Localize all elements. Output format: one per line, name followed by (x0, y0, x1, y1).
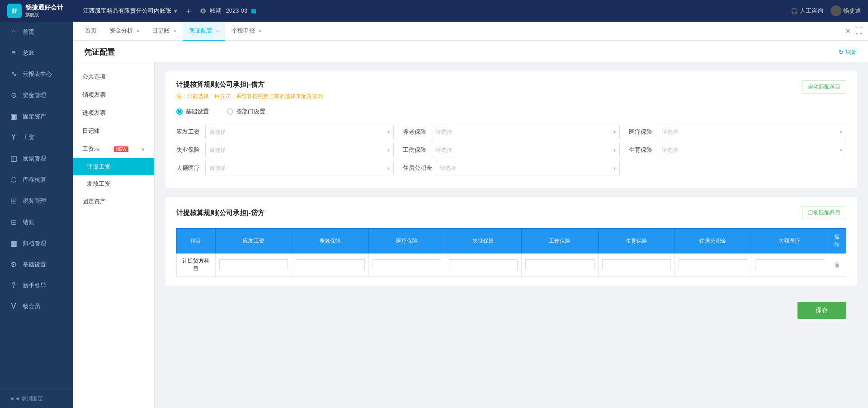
page-header: 凭证配置 ↻ 刷新 (73, 41, 868, 62)
content-area: 首页 资金分析 × 日记账 × 凭证配置 × 个税申报 × ✕ ⛶ (73, 22, 868, 408)
select-unemployment[interactable]: 请选择 ▾ (205, 143, 394, 157)
field-pension: 养老保险 请选择 ▾ (403, 125, 620, 139)
input-major-med[interactable] (755, 259, 824, 270)
sidebar-item-archive[interactable]: ▦ 归档管理 (0, 233, 73, 254)
unpin-sidebar-btn[interactable]: ◄◄ 取消固定 (0, 389, 73, 408)
select-injury[interactable]: 请选择 ▾ (432, 143, 620, 157)
add-icon[interactable]: ＋ (184, 5, 193, 16)
invoice-icon: ◫ (9, 154, 18, 163)
tab-home[interactable]: 首页 (79, 22, 103, 41)
sidebar-item-home[interactable]: ⌂ 首页 (0, 22, 73, 42)
nav-purchase-invoice[interactable]: 进项发票 (73, 104, 154, 122)
tab-bar-controls: ✕ ⛶ (845, 27, 863, 35)
logo-text: 畅捷通好会计 旗舰版 (25, 4, 63, 18)
sidebar-item-guide[interactable]: ? 新手引导 (0, 275, 73, 296)
nav-public-options[interactable]: 公共选项 (73, 68, 154, 86)
chevron-down-icon: ▾ (840, 148, 842, 153)
sidebar-item-tax[interactable]: ⊞ 税务管理 (0, 190, 73, 211)
input-unemployment[interactable] (449, 259, 518, 270)
field-unemployment: 失业保险 请选择 ▾ (176, 143, 394, 157)
refresh-icon: ↻ (839, 49, 844, 56)
chevron-down-icon: ▾ (387, 166, 390, 171)
main-form: 计提核算规则(公司承担)-借方 注：只能选择一种方式，系统将按照您当前的选择来配… (155, 62, 868, 408)
col-injury: 工伤保险 (522, 229, 598, 253)
main-layout: ⌂ 首页 ≡ 总账 ∿ 云报表中心 ⊙ 资金管理 ▣ 固定资产 ¥ 工资 ◫ 发… (0, 22, 868, 408)
period-selector[interactable]: 账期 2023-03 ▦ (210, 7, 256, 15)
user-info[interactable]: 畅捷通 (830, 5, 861, 16)
col-medical: 医疗保险 (368, 229, 445, 253)
nav-payroll-group[interactable]: 工资表 NEW ∨ (73, 140, 154, 158)
sidebar-item-ledger[interactable]: ≡ 总账 (0, 42, 73, 63)
radio-basic-circle (176, 108, 183, 115)
chevron-down-icon: ▾ (613, 148, 616, 153)
sidebar-item-reports[interactable]: ∿ 云报表中心 (0, 63, 73, 84)
debit-fields-row3: 大额医疗 请选择 ▾ 住房公积金 请选择 ▾ (176, 161, 846, 175)
input-pension[interactable] (296, 259, 364, 270)
field-medical: 医疗保险 请选择 ▾ (629, 125, 846, 139)
row-label: 计提贷方科目 (177, 253, 216, 277)
delete-row-icon[interactable]: 🗑 (834, 261, 840, 268)
auto-match-debit-btn[interactable]: 自动匹配科目 (802, 80, 846, 94)
refresh-btn[interactable]: ↻ 刷新 (839, 48, 857, 56)
chevron-down-icon: ▾ (387, 148, 390, 153)
payroll-icon: ¥ (9, 133, 18, 141)
tab-tax[interactable]: 个税申报 × (225, 22, 268, 41)
sidebar-item-assets[interactable]: ▣ 固定资产 (0, 106, 73, 127)
sidebar-item-inventory[interactable]: ⬡ 库存核算 (0, 169, 73, 190)
select-medical[interactable]: 请选择 ▾ (658, 125, 846, 139)
radio-basic[interactable]: 基础设置 (176, 108, 209, 116)
cell-maternity (598, 253, 675, 277)
radio-department[interactable]: 按部门设置 (227, 108, 265, 116)
close-tab-tax[interactable]: × (259, 28, 261, 33)
nav-payroll-accrual[interactable]: 计提工资 (73, 158, 154, 175)
col-major-med: 大额医疗 (751, 229, 828, 253)
company-selector[interactable]: 江西服宝精品有限责任公司内账张 ▾ (83, 7, 177, 15)
sidebar: ⌂ 首页 ≡ 总账 ∿ 云报表中心 ⊙ 资金管理 ▣ 固定资产 ¥ 工资 ◫ 发… (0, 22, 73, 408)
service-btn[interactable]: 🎧 人工咨询 (791, 7, 823, 15)
sidebar-item-invoice[interactable]: ◫ 发票管理 (0, 148, 73, 169)
nav-payroll-payment[interactable]: 发放工资 (73, 175, 154, 192)
input-injury[interactable] (525, 259, 594, 270)
debit-fields-row2: 失业保险 请选择 ▾ 工伤保险 请选择 ▾ (176, 143, 846, 157)
nav-journal[interactable]: 日记账 (73, 122, 154, 140)
sidebar-item-finance[interactable]: ⊙ 资金管理 (0, 84, 73, 106)
close-tab-journal[interactable]: × (173, 28, 176, 33)
save-bar: 保存 (165, 295, 857, 326)
assets-icon: ▣ (9, 112, 18, 121)
close-tab-finance[interactable]: × (137, 28, 139, 33)
select-major-medical[interactable]: 请选择 ▾ (205, 161, 394, 175)
input-housing[interactable] (679, 259, 747, 270)
tab-voucher-config[interactable]: 凭证配置 × (183, 22, 225, 41)
select-pension[interactable]: 请选择 ▾ (432, 125, 620, 139)
dropdown-arrow-icon: ▾ (174, 8, 177, 14)
sidebar-item-settings[interactable]: ⚙ 基础设置 (0, 254, 73, 275)
vip-icon: V (9, 302, 18, 310)
input-medical[interactable] (373, 259, 441, 270)
debit-section-note: 注：只能选择一种方式，系统将按照您当前的选择来配置规则 (176, 93, 323, 100)
input-maternity[interactable] (602, 259, 671, 270)
save-btn[interactable]: 保存 (797, 302, 846, 319)
close-tab-voucher[interactable]: × (216, 28, 219, 33)
input-salary[interactable] (219, 259, 288, 270)
sidebar-item-vip[interactable]: V 畅会员 (0, 296, 73, 317)
sidebar-item-payroll[interactable]: ¥ 工资 (0, 127, 73, 148)
chevron-down-icon: ▾ (613, 166, 616, 171)
settings-icon[interactable]: ⚙ (200, 7, 206, 15)
col-housing: 住房公积金 (675, 229, 751, 253)
select-maternity[interactable]: 请选择 ▾ (658, 143, 846, 157)
field-salary: 应发工资 请选择 ▾ (176, 125, 394, 139)
credit-section-header: 计提核算规则(公司承担)-贷方 自动匹配科目 (176, 206, 846, 224)
col-action: 操作 (828, 229, 846, 253)
inventory-icon: ⬡ (9, 175, 18, 184)
close-tab-icon[interactable]: ✕ (845, 27, 851, 35)
nav-sales-invoice[interactable]: 销项发票 (73, 86, 154, 104)
tab-finance-analysis[interactable]: 资金分析 × (103, 22, 146, 41)
auto-match-credit-btn[interactable]: 自动匹配科目 (802, 206, 846, 219)
tax-icon: ⊞ (9, 197, 18, 205)
maximize-icon[interactable]: ⛶ (855, 27, 863, 35)
sidebar-item-close[interactable]: ⊟ 结账 (0, 211, 73, 233)
nav-fixed-assets[interactable]: 固定资产 (73, 192, 154, 211)
tab-journal[interactable]: 日记账 × (146, 22, 182, 41)
select-housing-fund[interactable]: 请选择 ▾ (436, 161, 620, 175)
select-salary[interactable]: 请选择 ▾ (205, 125, 394, 139)
